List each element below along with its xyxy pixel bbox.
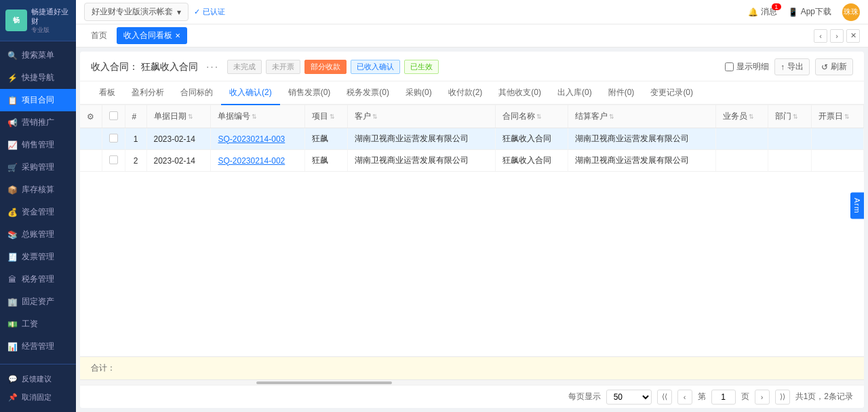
next-page-btn[interactable]: ›	[755, 390, 770, 405]
sidebar-item-13[interactable]: 📊经营管理	[0, 335, 76, 358]
tab-home[interactable]: 首页	[84, 27, 114, 44]
status-badge-4[interactable]: 已生效	[404, 60, 439, 74]
sidebar-label-6: 库存核算	[22, 184, 54, 195]
row-checkbox-0[interactable]	[109, 134, 118, 143]
th-project[interactable]: 项目⇅	[304, 105, 347, 128]
status-badge-2[interactable]: 部分收款	[304, 60, 347, 74]
sidebar-item-0[interactable]: 🔍搜索菜单	[0, 44, 76, 67]
th-customer[interactable]: 客户⇅	[347, 105, 495, 128]
sidebar-item-12[interactable]: 💵工资	[0, 313, 76, 335]
page-input[interactable]	[711, 390, 736, 405]
tab-0[interactable]: 看板	[91, 81, 123, 105]
tab-2[interactable]: 合同标的	[172, 81, 221, 105]
sidebar-item-14[interactable]: 🧩小畅报销	[0, 358, 76, 364]
cell-check-0[interactable]	[102, 128, 125, 150]
select-all-checkbox[interactable]	[109, 111, 118, 120]
sidebar-icon-12: 💵	[7, 319, 18, 330]
data-table: ⚙ # 单据日期⇅ 单据编号⇅ 项目⇅ 客户⇅ 合同名称⇅ 结算客户⇅ 业务员⇅	[80, 105, 864, 172]
show-detail-toggle[interactable]: 显示明细	[725, 61, 769, 73]
sidebar-label-10: 税务管理	[22, 274, 54, 285]
table-row[interactable]: 1 2023-02-14 SQ-20230214-003 狂飙 湖南卫视商业运营…	[80, 128, 864, 150]
contract-more-icon[interactable]: ···	[206, 61, 219, 73]
refresh-btn[interactable]: ↺ 刷新	[815, 58, 853, 75]
tab-5[interactable]: 税务发票(0)	[338, 81, 397, 105]
tab-9[interactable]: 出入库(0)	[549, 81, 600, 105]
sidebar-item-8[interactable]: 📚总账管理	[0, 223, 76, 246]
total-info: 共1页，2条记录	[795, 391, 853, 402]
sidebar-bottom-item-0[interactable]: 💬反馈建议	[5, 370, 71, 388]
th-code[interactable]: 单据编号⇅	[211, 105, 304, 128]
tab-1[interactable]: 盈利分析	[123, 81, 172, 105]
sidebar-item-11[interactable]: 🏢固定资产	[0, 291, 76, 313]
verified-badge: ✓ 已认证	[194, 7, 225, 17]
sidebar-icon-8: 📚	[7, 229, 18, 240]
th-check[interactable]	[102, 105, 125, 128]
tab-4[interactable]: 销售发票(0)	[280, 81, 339, 105]
show-detail-checkbox[interactable]	[725, 62, 734, 71]
pagination: 每页显示 50 10 20 100 ⟨⟨ ‹ 第 页 › ⟩⟩ 共1页，2条记录	[80, 385, 864, 408]
tab-7[interactable]: 收付款(2)	[440, 81, 491, 105]
scroll-thumb[interactable]	[256, 381, 392, 384]
th-contract-name[interactable]: 合同名称⇅	[495, 105, 568, 128]
table-wrapper[interactable]: ⚙ # 单据日期⇅ 单据编号⇅ 项目⇅ 客户⇅ 合同名称⇅ 结算客户⇅ 业务员⇅	[80, 105, 864, 356]
settings-icon[interactable]: ⚙	[87, 112, 94, 121]
th-department[interactable]: 部门⇅	[768, 105, 811, 128]
sidebar-item-1[interactable]: ⚡快捷导航	[0, 67, 76, 89]
sidebar-label-7: 资金管理	[22, 206, 54, 218]
table-row[interactable]: 2 2023-02-14 SQ-20230214-002 狂飙 湖南卫视商业运营…	[80, 150, 864, 172]
th-settle-customer[interactable]: 结算客户⇅	[568, 105, 716, 128]
nav-next-btn[interactable]: ›	[830, 29, 844, 43]
cell-check-1[interactable]	[102, 150, 125, 172]
tab-close-icon[interactable]: ✕	[175, 32, 180, 39]
sidebar-item-10[interactable]: 🏛税务管理	[0, 268, 76, 291]
refresh-icon: ↺	[821, 62, 828, 72]
arm-toolbar-btn[interactable]: Arm	[850, 192, 864, 219]
status-badge-0[interactable]: 未完成	[227, 60, 262, 74]
sidebar-item-4[interactable]: 📈销售管理	[0, 134, 76, 156]
nav-close-btn[interactable]: ✕	[846, 29, 860, 43]
sidebar-item-7[interactable]: 💰资金管理	[0, 201, 76, 223]
code-link-1[interactable]: SQ-20230214-002	[218, 156, 285, 166]
th-salesperson[interactable]: 业务员⇅	[716, 105, 768, 128]
table-header-row: ⚙ # 单据日期⇅ 单据编号⇅ 项目⇅ 客户⇅ 合同名称⇅ 结算客户⇅ 业务员⇅	[80, 105, 864, 128]
cell-invoice-date-1	[811, 150, 863, 172]
status-badge-1[interactable]: 未开票	[266, 60, 300, 74]
th-num: #	[125, 105, 146, 128]
first-page-btn[interactable]: ⟨⟨	[657, 390, 672, 405]
code-link-0[interactable]: SQ-20230214-003	[218, 134, 285, 144]
app-download-btn[interactable]: 📱 App下载	[788, 6, 831, 18]
cell-date-0: 2023-02-14	[146, 128, 211, 150]
sidebar-bottom-item-1[interactable]: 📌取消固定	[5, 388, 71, 407]
message-btn[interactable]: 🔔 消息 1	[748, 6, 777, 18]
scrollbar-row[interactable]	[80, 379, 864, 385]
sidebar-item-3[interactable]: 📢营销推广	[0, 111, 76, 134]
cell-code-0[interactable]: SQ-20230214-003	[211, 128, 304, 150]
sidebar-item-5[interactable]: 🛒采购管理	[0, 156, 76, 179]
tab-11[interactable]: 变更记录(0)	[642, 81, 701, 105]
sidebar-label-12: 工资	[22, 318, 38, 330]
cell-code-1[interactable]: SQ-20230214-002	[211, 150, 304, 172]
prev-page-btn[interactable]: ‹	[677, 390, 692, 405]
company-select[interactable]: 好业财专业版演示帐套 ▾	[84, 3, 189, 21]
tab-8[interactable]: 其他收支(0)	[490, 81, 549, 105]
per-page-label: 每页显示	[568, 391, 601, 402]
cell-customer-0: 湖南卫视商业运营发展有限公司	[347, 128, 495, 150]
sidebar-item-9[interactable]: 🧾发票管理	[0, 246, 76, 268]
nav-prev-btn[interactable]: ‹	[814, 29, 827, 43]
tab-10[interactable]: 附件(0)	[600, 81, 643, 105]
sidebar-label-11: 固定资产	[22, 296, 54, 307]
tab-3[interactable]: 收入确认(2)	[221, 81, 280, 105]
th-settings[interactable]: ⚙	[80, 105, 102, 128]
tab-6[interactable]: 采购(0)	[397, 81, 440, 105]
row-checkbox-1[interactable]	[109, 155, 118, 164]
last-page-btn[interactable]: ⟩⟩	[775, 390, 790, 405]
th-invoice-date[interactable]: 开票日⇅	[811, 105, 863, 128]
export-btn[interactable]: ↑ 导出	[774, 58, 810, 75]
user-avatar[interactable]: 珠珠	[842, 3, 860, 21]
status-badge-3[interactable]: 已收入确认	[351, 60, 400, 74]
sidebar-item-2[interactable]: 📋项目合同	[0, 89, 76, 111]
th-date[interactable]: 单据日期⇅	[146, 105, 211, 128]
per-page-select[interactable]: 50 10 20 100	[606, 390, 652, 405]
sidebar-item-6[interactable]: 📦库存核算	[0, 179, 76, 201]
tab-contract-board[interactable]: 收入合同看板 ✕	[117, 27, 187, 44]
